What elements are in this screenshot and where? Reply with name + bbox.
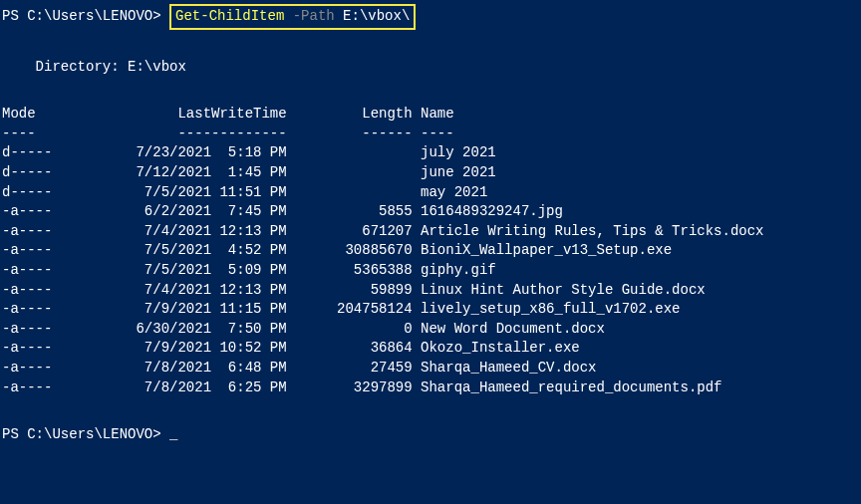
file-row: -a---- 7/5/2021 4:52 PM 30885670 BioniX_… bbox=[2, 241, 859, 261]
table-divider: ---- ------------- ------ ---- bbox=[2, 125, 859, 144]
file-row: -a---- 7/4/2021 12:13 PM 59899 Linux Hin… bbox=[2, 281, 859, 301]
prompt-prefix: PS bbox=[2, 8, 27, 24]
file-row: -a---- 6/2/2021 7:45 PM 5855 16164893292… bbox=[2, 202, 859, 222]
argument-value: E:\vbox\ bbox=[343, 8, 410, 24]
file-row: -a---- 7/9/2021 10:52 PM 36864 Okozo_Ins… bbox=[2, 339, 859, 359]
file-row: -a---- 7/4/2021 12:13 PM 671207 Article … bbox=[2, 222, 859, 242]
cmdlet-name: Get-ChildItem bbox=[175, 8, 293, 24]
table-header: Mode LastWriteTime Length Name bbox=[2, 105, 859, 125]
file-row: -a---- 6/30/2021 7:50 PM 0 New Word Docu… bbox=[2, 320, 859, 340]
prompt-prefix: PS bbox=[2, 426, 27, 442]
directory-label: Directory: bbox=[2, 59, 128, 75]
file-listing: d----- 7/23/2021 5:18 PM july 2021d-----… bbox=[2, 143, 859, 397]
parameter-name: -Path bbox=[293, 8, 343, 24]
file-row: -a---- 7/8/2021 6:25 PM 3297899 Sharqa_H… bbox=[2, 378, 859, 398]
cursor: _ bbox=[169, 426, 177, 442]
file-row: -a---- 7/9/2021 11:15 PM 204758124 livel… bbox=[2, 300, 859, 320]
file-row: -a---- 7/8/2021 6:48 PM 27459 Sharqa_Ham… bbox=[2, 359, 859, 378]
file-row: d----- 7/12/2021 1:45 PM june 2021 bbox=[2, 163, 859, 183]
prompt-path: C:\Users\LENOVO bbox=[27, 8, 152, 24]
prompt-gt: > bbox=[152, 8, 169, 24]
file-row: d----- 7/23/2021 5:18 PM july 2021 bbox=[2, 143, 859, 163]
prompt-path: C:\Users\LENOVO bbox=[27, 426, 152, 442]
directory-path: E:\vbox bbox=[128, 59, 186, 75]
prompt-line-2[interactable]: PS C:\Users\LENOVO> _ bbox=[2, 425, 859, 445]
prompt-line-1[interactable]: PS C:\Users\LENOVO> Get-ChildItem -Path … bbox=[2, 4, 859, 30]
file-row: -a---- 7/5/2021 5:09 PM 5365388 giphy.gi… bbox=[2, 261, 859, 281]
prompt-gt: > bbox=[152, 426, 169, 442]
file-row: d----- 7/5/2021 11:51 PM may 2021 bbox=[2, 183, 859, 203]
command-highlight-box: Get-ChildItem -Path E:\vbox\ bbox=[169, 4, 416, 30]
directory-line: Directory: E:\vbox bbox=[2, 58, 859, 78]
